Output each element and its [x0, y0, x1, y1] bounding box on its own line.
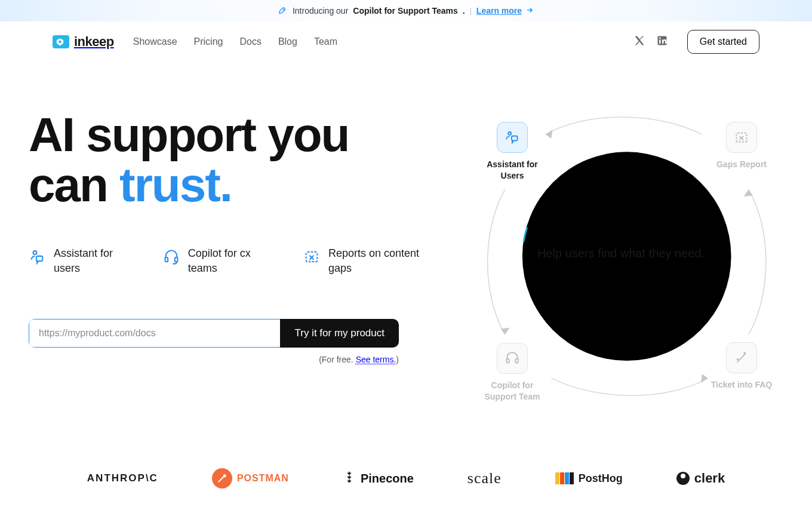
- node-assistant-users: Assistant for Users: [476, 122, 548, 182]
- logo-clerk: clerk: [676, 471, 725, 486]
- get-started-button[interactable]: Get started: [687, 30, 759, 54]
- feature-copilot-label: Copilot for cx teams: [188, 246, 279, 276]
- svg-point-4: [659, 38, 661, 39]
- see-terms-link[interactable]: See terms.: [356, 355, 396, 364]
- svg-point-15: [508, 132, 511, 135]
- node-ticket-faq-label: Ticket into FAQ: [706, 379, 777, 391]
- assistant-users-icon: [497, 122, 528, 153]
- copilot-support-icon: [497, 343, 528, 374]
- posthog-icon: [555, 472, 574, 484]
- assistant-icon: [29, 248, 45, 265]
- primary-nav: Showcase Pricing Docs Blog Team: [133, 36, 337, 47]
- svg-marker-12: [744, 189, 753, 196]
- pinecone-text: Pinecone: [361, 472, 414, 486]
- node-gaps-report: Gaps Report: [706, 122, 777, 170]
- logo-scale: scale: [467, 469, 502, 487]
- hero-diagram: Help users find what they need. Assistan…: [459, 110, 783, 408]
- announcement-intro: Introducing our: [293, 6, 348, 16]
- nav-team[interactable]: Team: [314, 36, 337, 47]
- try-button[interactable]: Try it for my product: [280, 319, 399, 348]
- svg-point-20: [223, 474, 226, 477]
- linkedin-link[interactable]: [656, 35, 668, 49]
- hero-title: AI support you can trust.: [29, 110, 423, 210]
- nav-docs[interactable]: Docs: [239, 36, 261, 47]
- posthog-text: PostHog: [579, 472, 623, 485]
- logo-pinecone: Pinecone: [343, 471, 414, 487]
- node-copilot-support: Copilot for Support Team: [476, 343, 548, 403]
- svg-rect-18: [506, 359, 509, 363]
- hero-section: AI support you can trust. Assistant for …: [0, 62, 812, 432]
- svg-rect-3: [659, 39, 661, 44]
- try-form: Try it for my product: [29, 319, 399, 348]
- feature-assistant-label: Assistant for users: [54, 246, 139, 276]
- svg-point-5: [33, 251, 37, 254]
- clerk-text: clerk: [694, 471, 725, 486]
- svg-point-1: [59, 41, 61, 44]
- nav-showcase[interactable]: Showcase: [133, 36, 177, 47]
- postman-icon: [212, 468, 232, 489]
- node-copilot-support-label: Copilot for Support Team: [476, 380, 548, 403]
- nav-blog[interactable]: Blog: [278, 36, 297, 47]
- postman-text: POSTMAN: [237, 473, 289, 484]
- nav-pricing[interactable]: Pricing: [194, 36, 223, 47]
- svg-marker-14: [501, 328, 510, 335]
- learn-more-link[interactable]: Learn more: [476, 6, 534, 16]
- terms-text: (For free. See terms.): [29, 355, 399, 364]
- logo-postman: POSTMAN: [212, 468, 289, 489]
- logo-mark-icon: [53, 35, 69, 48]
- svg-rect-16: [512, 136, 518, 141]
- pinecone-icon: [343, 471, 356, 487]
- customer-logos: ANTHROP\C POSTMAN Pinecone scale PostHog…: [0, 432, 812, 506]
- svg-rect-19: [515, 359, 518, 363]
- report-icon: [303, 248, 320, 265]
- svg-rect-7: [165, 257, 168, 262]
- feature-assistant: Assistant for users: [29, 246, 139, 276]
- node-gaps-report-label: Gaps Report: [706, 159, 777, 170]
- logo[interactable]: inkeep: [53, 34, 114, 50]
- learn-more-label: Learn more: [476, 6, 522, 16]
- wand-icon: [726, 342, 757, 373]
- separator: |: [470, 7, 472, 15]
- linkedin-icon: [656, 35, 668, 47]
- svg-rect-8: [174, 257, 177, 262]
- rocket-icon: [278, 5, 288, 17]
- logo-posthog: PostHog: [555, 472, 623, 485]
- headset-icon: [163, 248, 180, 265]
- x-icon: [633, 35, 645, 47]
- announcement-period: .: [463, 6, 465, 16]
- header: inkeep Showcase Pricing Docs Blog Team G…: [0, 21, 812, 62]
- feature-reports-label: Reports on content gaps: [328, 246, 423, 276]
- clerk-icon: [676, 472, 690, 485]
- hero-left: AI support you can trust. Assistant for …: [29, 110, 423, 408]
- social-links: [633, 35, 668, 49]
- terms-pre: (For free.: [319, 355, 355, 364]
- feature-copilot: Copilot for cx teams: [163, 246, 279, 276]
- docs-url-input[interactable]: [29, 319, 280, 348]
- node-assistant-users-label: Assistant for Users: [476, 159, 548, 182]
- logo-anthropic: ANTHROP\C: [87, 472, 158, 484]
- hero-title-accent: trust.: [119, 158, 232, 211]
- announcement-product: Copilot for Support Teams: [353, 6, 458, 16]
- x-twitter-link[interactable]: [633, 35, 645, 49]
- arrow-right-icon: [525, 6, 534, 16]
- announcement-bar: Introducing our Copilot for Support Team…: [0, 0, 812, 21]
- logo-text: inkeep: [74, 34, 114, 50]
- feature-reports: Reports on content gaps: [303, 246, 423, 276]
- node-ticket-faq: Ticket into FAQ: [706, 342, 777, 391]
- terms-post: ): [396, 355, 399, 364]
- diagram-center-text: Help users find what they need.: [531, 247, 710, 260]
- svg-rect-6: [36, 256, 43, 261]
- gaps-report-icon: [726, 122, 757, 153]
- feature-list: Assistant for users Copilot for cx teams…: [29, 246, 423, 276]
